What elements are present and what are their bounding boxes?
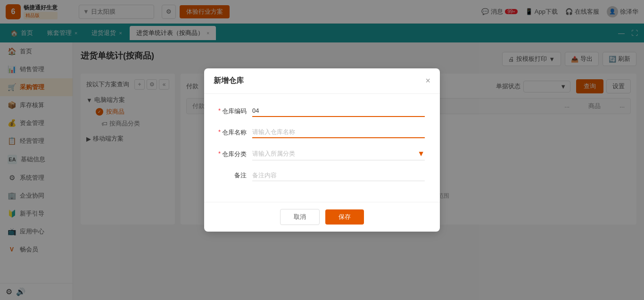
modal-body: 仓库编码 仓库名称 仓库分类 请输入所属分类 ▼ 备注: [204, 94, 440, 202]
warehouse-name-row: 仓库名称: [219, 126, 425, 138]
category-dropdown-icon: ▼: [417, 150, 425, 158]
warehouse-name-label: 仓库名称: [219, 128, 252, 137]
modal-header: 新增仓库 ×: [204, 68, 440, 94]
modal-close-button[interactable]: ×: [425, 76, 430, 86]
modal-footer: 取消 保存: [204, 202, 440, 232]
save-button[interactable]: 保存: [325, 209, 364, 225]
warehouse-name-input[interactable]: [252, 126, 425, 138]
cancel-button[interactable]: 取消: [280, 209, 320, 225]
warehouse-category-select[interactable]: 请输入所属分类 ▼: [252, 148, 425, 160]
note-input[interactable]: [252, 170, 425, 181]
note-label: 备注: [219, 171, 252, 180]
warehouse-category-row: 仓库分类 请输入所属分类 ▼: [219, 148, 425, 160]
warehouse-code-input[interactable]: [252, 105, 425, 117]
warehouse-code-label: 仓库编码: [219, 107, 252, 116]
note-row: 备注: [219, 170, 425, 181]
modal-overlay: 新增仓库 × 仓库编码 仓库名称 仓库分类 请输入所属分类 ▼: [0, 0, 644, 300]
add-warehouse-modal: 新增仓库 × 仓库编码 仓库名称 仓库分类 请输入所属分类 ▼: [204, 68, 440, 232]
warehouse-code-row: 仓库编码: [219, 105, 425, 117]
modal-title: 新增仓库: [214, 76, 244, 86]
warehouse-category-label: 仓库分类: [219, 150, 252, 158]
